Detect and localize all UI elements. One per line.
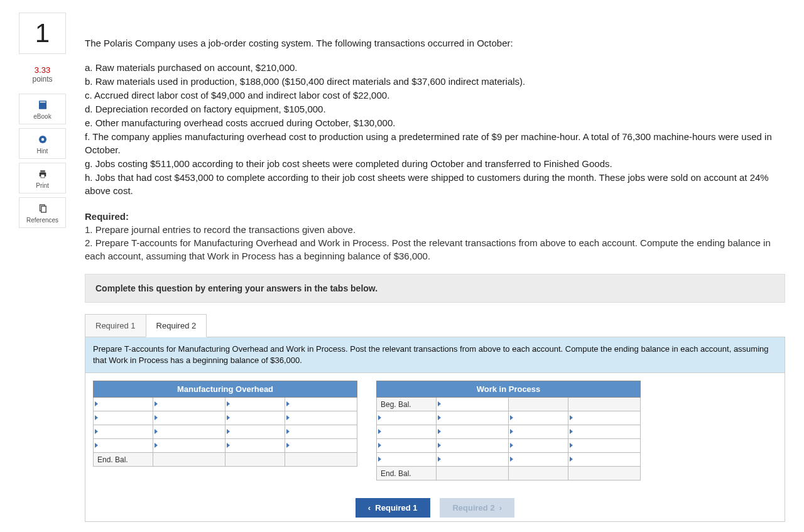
svg-rect-5 (40, 170, 45, 173)
book-icon (37, 99, 48, 111)
moh-cell[interactable] (225, 439, 285, 453)
tab-required-2[interactable]: Required 2 (146, 314, 207, 337)
wip-end-bal-label: End. Bal. (377, 467, 437, 480)
wip-cell[interactable] (509, 425, 568, 439)
tabs-row: Required 1 Required 2 (85, 314, 785, 337)
wip-cell[interactable] (509, 453, 568, 467)
prev-tab-label: Required 1 (375, 503, 417, 513)
tx-e: e. Other manufacturing overhead costs ac… (85, 116, 785, 129)
required-2: 2. Prepare T-accounts for Manufacturing … (85, 237, 771, 261)
hint-label: Hint (37, 148, 48, 155)
moh-blank (225, 453, 285, 467)
tx-d: d. Depreciation recorded on factory equi… (85, 102, 785, 116)
transaction-list: a. Raw materials purchased on account, $… (85, 61, 785, 197)
wip-cell[interactable] (437, 411, 509, 425)
wip-title: Work in Process (377, 381, 641, 398)
tx-f: f. The company applies manufacturing ove… (85, 130, 785, 156)
wip-cell[interactable] (568, 425, 641, 439)
wip-t-account: Work in Process Beg. Bal. End. Bal. (376, 381, 641, 480)
next-tab-label: Required 2 (452, 503, 494, 513)
moh-cell[interactable] (94, 398, 153, 411)
tab-content: Prepare T-accounts for Manufacturing Ove… (85, 337, 785, 522)
wip-beg-bal-label: Beg. Bal. (377, 398, 437, 411)
hint-icon (37, 134, 48, 145)
wip-cell[interactable] (377, 411, 437, 425)
wip-end-bal-cr[interactable] (568, 467, 641, 480)
moh-cell[interactable] (285, 439, 357, 453)
chevron-right-icon: › (499, 503, 502, 513)
svg-rect-1 (40, 102, 45, 103)
copy-icon (37, 203, 48, 214)
wip-blank (568, 398, 641, 411)
hint-button[interactable]: Hint (19, 128, 66, 159)
moh-cell[interactable] (285, 411, 357, 425)
ebook-button[interactable]: eBook (19, 94, 66, 124)
wip-cell[interactable] (568, 411, 641, 425)
prev-tab-button[interactable]: ‹ Required 1 (356, 498, 430, 518)
wip-end-bal-dr[interactable] (437, 467, 509, 480)
tx-g: g. Jobs costing $511,000 according to th… (85, 157, 785, 170)
next-tab-button[interactable]: Required 2 › (440, 498, 514, 518)
moh-end-bal-label: End. Bal. (94, 453, 153, 467)
moh-cell[interactable] (153, 398, 225, 411)
wip-blank (509, 398, 568, 411)
wip-cell[interactable] (377, 453, 437, 467)
instruction-banner: Complete this question by entering your … (85, 274, 785, 303)
tx-a: a. Raw materials purchased on account, $… (85, 61, 785, 74)
wip-cell[interactable] (568, 439, 641, 453)
moh-cell[interactable] (153, 439, 225, 453)
print-label: Print (36, 182, 49, 189)
moh-cell[interactable] (285, 425, 357, 439)
wip-cell[interactable] (509, 439, 568, 453)
required-block: Required: 1. Prepare journal entries to … (85, 210, 785, 263)
tx-b: b. Raw materials used in production, $18… (85, 75, 785, 88)
moh-cell[interactable] (94, 439, 153, 453)
wip-cell[interactable] (377, 439, 437, 453)
ebook-label: eBook (33, 113, 51, 120)
references-button[interactable]: References (19, 197, 66, 228)
wip-cell[interactable] (377, 425, 437, 439)
svg-rect-8 (41, 206, 46, 212)
moh-cell[interactable] (153, 425, 225, 439)
wip-cell[interactable] (509, 411, 568, 425)
moh-end-bal-cr[interactable] (285, 453, 357, 467)
moh-cell[interactable] (153, 411, 225, 425)
moh-cell[interactable] (285, 398, 357, 411)
required-1: 1. Prepare journal entries to record the… (85, 224, 356, 235)
chevron-left-icon: ‹ (368, 503, 371, 513)
moh-cell[interactable] (225, 411, 285, 425)
question-number-box: 1 (19, 13, 66, 54)
points-value: 3.33 (35, 65, 50, 75)
required-heading: Required: (85, 211, 129, 222)
moh-cell[interactable] (225, 398, 285, 411)
moh-title: Manufacturing Overhead (94, 381, 357, 398)
tx-h: h. Jobs that had cost $453,000 to comple… (85, 171, 785, 197)
svg-rect-6 (41, 175, 45, 178)
tab-prompt: Prepare T-accounts for Manufacturing Ove… (85, 337, 785, 373)
tab-required-1[interactable]: Required 1 (85, 314, 146, 337)
intro-text: The Polaris Company uses a job-order cos… (85, 38, 785, 48)
tx-c: c. Accrued direct labor cost of $49,000 … (85, 89, 785, 102)
moh-end-bal-dr[interactable] (153, 453, 225, 467)
wip-cell[interactable] (437, 425, 509, 439)
print-icon (37, 168, 48, 180)
wip-cell[interactable] (437, 453, 509, 467)
moh-cell[interactable] (225, 425, 285, 439)
moh-cell[interactable] (94, 411, 153, 425)
points-block: 3.33 points (19, 65, 66, 84)
points-label: points (32, 75, 52, 84)
moh-cell[interactable] (94, 425, 153, 439)
print-button[interactable]: Print (19, 163, 66, 193)
wip-blank (509, 467, 568, 480)
wip-cell[interactable] (437, 439, 509, 453)
wip-cell[interactable] (437, 398, 509, 411)
moh-t-account: Manufacturing Overhead End. Bal. (93, 381, 357, 480)
svg-point-3 (41, 138, 44, 141)
references-label: References (26, 217, 58, 224)
wip-cell[interactable] (568, 453, 641, 467)
